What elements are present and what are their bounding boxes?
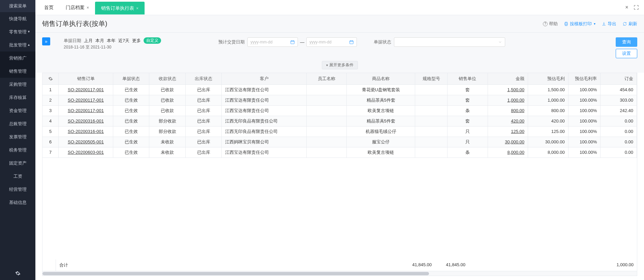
rate-cell: 100.00%: [568, 147, 601, 158]
sidebar-sub-promo[interactable]: 营销推广: [0, 51, 35, 65]
out-cell: 已出库: [185, 95, 222, 105]
close-icon[interactable]: ×: [136, 6, 139, 11]
amount-link[interactable]: 420.00: [511, 118, 524, 124]
collapse-filters-button[interactable]: »: [42, 37, 50, 45]
column-out[interactable]: 出库状态: [185, 73, 222, 84]
preset-this-month[interactable]: 本月: [95, 38, 104, 44]
preset-this-year[interactable]: 本年: [107, 38, 116, 44]
tab-sales-order-exec[interactable]: 销售订单执行表×: [95, 2, 145, 14]
sidebar-item-salary[interactable]: 工资: [0, 170, 35, 183]
sidebar-item-biz[interactable]: 经营管理: [0, 183, 35, 196]
status-cell: 已生效: [113, 126, 149, 137]
unit-cell: 只: [447, 126, 488, 137]
profit-cell: 800.00: [528, 105, 569, 116]
product-cell: 精品茶具5件套: [347, 116, 415, 126]
so-link[interactable]: SO-20200316-001: [68, 118, 104, 124]
fullscreen-icon[interactable]: [633, 4, 639, 10]
scrollbar-thumb[interactable]: [42, 272, 429, 275]
column-status[interactable]: 单据状态: [113, 73, 149, 84]
so-link[interactable]: SO-20200117-001: [68, 87, 104, 92]
amount-link[interactable]: 125.00: [511, 129, 524, 134]
column-amount[interactable]: 金额: [488, 73, 528, 84]
sidebar-item-gl[interactable]: 总账管理: [0, 117, 35, 130]
so-link[interactable]: SO-20200117-001: [68, 98, 104, 103]
so-link[interactable]: SO-20200505-001: [68, 139, 104, 144]
deposit-cell: 0.00: [601, 137, 637, 147]
column-product[interactable]: 商品名称: [347, 73, 415, 84]
preset-7days[interactable]: 近7天: [118, 38, 129, 44]
column-spec[interactable]: 规格型号: [415, 73, 448, 84]
amount-link[interactable]: 8,000.00: [507, 150, 524, 155]
expected-date-from[interactable]: yyyy-mm-dd: [247, 37, 298, 47]
preset-more[interactable]: 更多: [132, 38, 141, 44]
rate-cell: 100.00%: [568, 126, 601, 137]
table-row[interactable]: 2SO-20200117-001已生效已收款已出库江西宝达有限责任公司精品茶具5…: [42, 95, 637, 105]
column-gear[interactable]: [42, 73, 59, 84]
close-all-tabs[interactable]: ×: [623, 4, 631, 11]
export-button[interactable]: 导出: [602, 21, 616, 27]
sidebar-sub-sales[interactable]: 销售管理: [0, 65, 35, 78]
table-scroll[interactable]: 销售订单 单据状态 收款状态 出库状态 客户 员工名称 商品名称 规格型号 销售…: [42, 73, 637, 259]
so-link[interactable]: SO-20200117-001: [68, 108, 104, 113]
refresh-button[interactable]: 刷新: [622, 21, 637, 27]
amount-link[interactable]: 30,000.00: [505, 139, 524, 144]
total-label: 合计: [56, 259, 401, 271]
so-link[interactable]: SO-20200603-001: [68, 150, 104, 155]
sidebar-item-tax[interactable]: 税务管理: [0, 143, 35, 156]
expand-filters-button[interactable]: ▾展开更多条件: [322, 61, 358, 69]
close-icon[interactable]: ×: [87, 5, 89, 10]
table-row[interactable]: 6SO-20200505-001已生效未收款已出库江西妈咪宝贝有限公司服宝公仔只…: [42, 137, 637, 147]
table-row[interactable]: 4SO-20200316-001已生效部分收款已出库江西无印良品有限责任公司精品…: [42, 116, 637, 126]
status-cell: 已生效: [113, 116, 149, 126]
bill-status-select[interactable]: [394, 37, 505, 47]
column-customer[interactable]: 客户: [222, 73, 306, 84]
preset-custom[interactable]: 自定义: [144, 37, 161, 44]
employee-cell: [306, 105, 347, 116]
amount-link[interactable]: 800.00: [511, 108, 524, 113]
column-rate[interactable]: 预估毛利率: [568, 73, 601, 84]
sidebar-item-quicknav[interactable]: 快捷导航: [0, 12, 35, 25]
tab-home[interactable]: 首页: [38, 0, 60, 15]
horizontal-scrollbar[interactable]: [42, 271, 637, 276]
sidebar-item-finance[interactable]: 资金管理: [0, 104, 35, 117]
amount-link[interactable]: 1,500.00: [507, 87, 524, 92]
column-unit[interactable]: 销售单位: [447, 73, 488, 84]
rate-cell: 100.00%: [568, 95, 601, 105]
expected-date-to[interactable]: yyyy-mm-dd: [306, 37, 357, 47]
query-button[interactable]: 查询: [616, 37, 637, 47]
table-row[interactable]: 7SO-20200603-001已生效未收款已出库江西宝达有限责任公司欧美复古项…: [42, 147, 637, 158]
sidebar-item-invoice[interactable]: 发票管理: [0, 130, 35, 143]
column-profit[interactable]: 预估毛利: [528, 73, 569, 84]
sidebar-item-fixedasset[interactable]: 固定资产: [0, 156, 35, 170]
profit-cell: 8,000.00: [528, 147, 569, 158]
column-deposit[interactable]: 订金: [601, 73, 637, 84]
amount-link[interactable]: 1,000.00: [507, 98, 524, 103]
print-button[interactable]: 按模板打印▾: [564, 21, 595, 27]
rate-cell: 100.00%: [568, 105, 601, 116]
preset-last-month[interactable]: 上月: [84, 38, 93, 44]
settings-filter-button[interactable]: 设置: [616, 49, 637, 58]
printer-icon: [564, 22, 569, 26]
row-index: 6: [42, 137, 59, 147]
sidebar-item-purchase[interactable]: 采购管理: [0, 78, 35, 91]
settings-button[interactable]: [0, 267, 35, 280]
sidebar-item-basic[interactable]: 基础信息: [0, 196, 35, 209]
so-link[interactable]: SO-20200316-001: [68, 129, 104, 134]
table-row[interactable]: 1SO-20200117-001已生效已收款已出库江西宝达有限责任公司青花瓷U盘…: [42, 84, 637, 95]
table-row[interactable]: 3SO-20200117-001已生效已收款已出库江西宝达有限责任公司欧美复古项…: [42, 105, 637, 116]
sidebar-search[interactable]: 搜索菜单: [0, 0, 35, 12]
print-label: 按模板打印: [570, 21, 592, 27]
column-pay[interactable]: 收款状态: [149, 73, 186, 84]
expand-filters-wrap: ▾展开更多条件: [35, 60, 644, 73]
sidebar-item-label: 固定资产: [9, 161, 27, 166]
status-cell: 已生效: [113, 137, 149, 147]
help-button[interactable]: ?帮助: [543, 21, 558, 27]
sidebar-item-retail[interactable]: 零售管理▼: [0, 25, 35, 38]
table-row[interactable]: 5SO-20200316-001已生效部分收款已出库江西无印良品有限责任公司机器…: [42, 126, 637, 137]
sidebar-item-wholesale[interactable]: 批发管理▲: [0, 38, 35, 51]
column-so[interactable]: 销售订单: [59, 73, 113, 84]
column-employee[interactable]: 员工名称: [306, 73, 347, 84]
sidebar-item-inventory[interactable]: 库存核算: [0, 91, 35, 104]
tab-store-archive[interactable]: 门店档案×: [60, 0, 95, 15]
spec-cell: [415, 84, 448, 95]
